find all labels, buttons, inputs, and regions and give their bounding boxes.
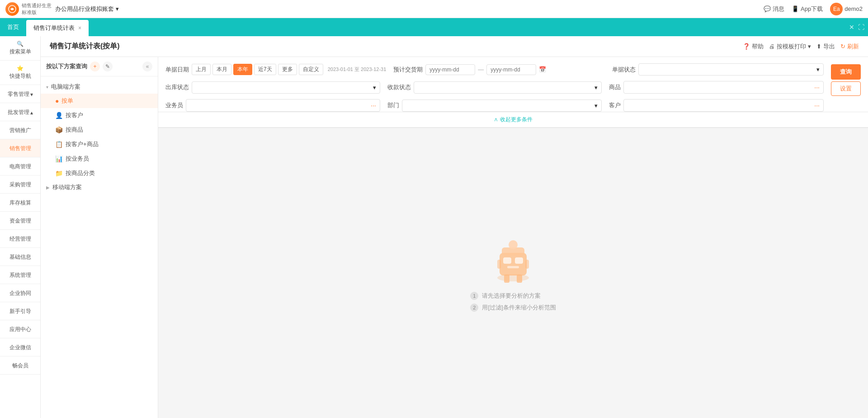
expected-date-start[interactable] (425, 64, 475, 75)
action-buttons: 查询 设置 (831, 63, 861, 96)
collapse-panel-btn[interactable]: « (142, 62, 152, 71)
circle-icon: ● (55, 97, 59, 104)
expected-date-end[interactable] (486, 64, 536, 75)
user-action[interactable]: Ea demo2 (830, 3, 863, 15)
svg-rect-7 (525, 260, 529, 269)
close-window-icon[interactable]: ✕ (849, 24, 854, 31)
avatar: Ea (830, 3, 843, 15)
edit-scheme-btn[interactable]: ✎ (103, 62, 113, 71)
sidebar-item-wholesale[interactable]: 批发管理 ▴ (0, 103, 40, 121)
sidebar-item-quick-nav[interactable]: ⭐ 快捷导航 (0, 61, 40, 85)
sidebar-item-inventory[interactable]: 库存核算 (0, 194, 40, 212)
print-icon: 🖨 (769, 43, 775, 50)
category-icon: 📁 (55, 170, 63, 177)
sidebar-item-finance[interactable]: 资金管理 (0, 212, 40, 230)
date-dash: — (478, 66, 484, 73)
message-action[interactable]: 💬 消息 (764, 5, 784, 13)
expected-date-label: 预计交货期 (393, 66, 423, 74)
left-panel: 按以下方案查询 + ✎ « ▾ 电脑端方案 ● 按单 👤 (41, 57, 158, 418)
sidebar-item-search-menu[interactable]: 🔍 搜索菜单 (0, 36, 40, 61)
chevron-down-icon: ▾ (116, 5, 119, 12)
customer-more-icon[interactable]: ··· (814, 102, 820, 109)
add-scheme-btn[interactable]: + (90, 62, 100, 71)
sidebar: 🔍 搜索菜单 ⭐ 快捷导航 零售管理 ▾ 批发管理 ▴ 营销推广 销售管理 电商… (0, 36, 41, 418)
ship-status-label: 出库状态 (165, 83, 189, 91)
sidebar-item-system[interactable]: 系统管理 (0, 266, 40, 284)
svg-rect-2 (500, 253, 527, 276)
help-action[interactable]: ❓ 帮助 (743, 43, 764, 51)
settings-button[interactable]: 设置 (831, 81, 861, 96)
logo-text: 销售通好生意 标准版 (22, 2, 52, 15)
goods-label: 商品 (609, 83, 621, 91)
sidebar-item-marketing[interactable]: 营销推广 (0, 121, 40, 139)
workspace-selector[interactable]: 办公用品行业模拟账套 ▾ (55, 5, 119, 13)
sidebar-item-newbie[interactable]: 新手引导 (0, 302, 40, 320)
user-icon: 👤 (55, 112, 63, 119)
sidebar-item-appstore[interactable]: 应用中心 (0, 320, 40, 338)
tab-active[interactable]: 销售订单统计表 × (26, 20, 89, 36)
export-action[interactable]: ⬆ 导出 (816, 43, 835, 51)
date-btn-custom[interactable]: 自定义 (299, 64, 323, 75)
sidebar-item-ecommerce[interactable]: 电商管理 (0, 157, 40, 176)
refresh-action[interactable]: ↻ 刷新 (840, 43, 859, 51)
tree-desktop-group[interactable]: ▾ 电脑端方案 (41, 80, 158, 94)
date-btn-more[interactable]: 更多 (278, 64, 297, 75)
salesperson-more-icon[interactable]: ··· (371, 102, 376, 109)
dept-dropdown-icon[interactable]: ▾ (594, 102, 598, 109)
ship-dropdown-icon[interactable]: ▾ (373, 84, 376, 91)
help-icon: ❓ (743, 43, 750, 50)
tree-item-按业务员[interactable]: 📊 按业务员 (41, 152, 158, 166)
tab-close-icon[interactable]: × (78, 25, 81, 31)
tree-mobile-group[interactable]: ▶ 移动端方案 (41, 180, 158, 194)
tree-item-按商品分类[interactable]: 📁 按商品分类 (41, 166, 158, 180)
tree-item-按客户[interactable]: 👤 按客户 (41, 108, 158, 123)
svg-rect-6 (497, 260, 501, 269)
content-area: 销售订单统计表(按单) ❓ 帮助 🖨 按模板打印 ▾ ⬆ 导出 ↻ 刷新 (41, 36, 868, 418)
collect-status-label: 收款状态 (387, 83, 411, 91)
goods-more-icon[interactable]: ··· (814, 84, 820, 91)
filter-row-1: 单据日期 上月 本月 本年 近7天 更多 自定义 (165, 63, 824, 76)
date-btn-7days[interactable]: 近7天 (254, 64, 276, 75)
sidebar-item-sales[interactable]: 销售管理 (0, 139, 40, 157)
empty-state: 1 请先选择要分析的方案 2 用[过滤]条件来缩小分析范围 (158, 128, 868, 418)
tree-item-按商品[interactable]: 📦 按商品 (41, 123, 158, 137)
phone-icon: 📱 (792, 5, 799, 12)
tree-item-按单[interactable]: ● 按单 (41, 94, 158, 108)
tree-item-按客户商品[interactable]: 📋 按客户+商品 (41, 137, 158, 152)
app-download-action[interactable]: 📱 App下载 (792, 5, 823, 13)
date-label: 单据日期 (165, 66, 189, 74)
hint-1: 1 请先选择要分析的方案 (470, 292, 556, 300)
date-btn-last-month[interactable]: 上月 (192, 64, 211, 75)
date-range-text: 2023-01-01 至 2023-12-31 (328, 66, 387, 73)
sidebar-item-corp[interactable]: 企业协同 (0, 284, 40, 302)
maximize-icon[interactable]: ⛶ (858, 24, 864, 31)
collect-dropdown-icon[interactable]: ▾ (594, 84, 598, 91)
page-actions: ❓ 帮助 🖨 按模板打印 ▾ ⬆ 导出 ↻ 刷新 (743, 43, 859, 56)
status-dropdown-icon[interactable]: ▾ (816, 66, 820, 73)
svg-rect-9 (517, 275, 522, 283)
sidebar-item-wechat[interactable]: 企业微信 (0, 338, 40, 356)
page-header: 销售订单统计表(按单) ❓ 帮助 🖨 按模板打印 ▾ ⬆ 导出 ↻ 刷新 (41, 36, 868, 57)
filter-row-2: 出库状态 ▾ 收款状态 (165, 81, 824, 94)
date-btn-this-year[interactable]: 本年 (233, 64, 252, 75)
tree-arrow-right-icon: ▶ (46, 185, 50, 190)
sidebar-item-basic[interactable]: 基础信息 (0, 248, 40, 266)
date-btn-this-month[interactable]: 本月 (212, 64, 231, 75)
collapse-bar[interactable]: ∧ 收起更多条件 (158, 112, 868, 128)
sidebar-item-membership[interactable]: 畅会员 (0, 356, 40, 375)
tab-bar: 首页 销售订单统计表 × ✕ ⛶ (0, 18, 868, 36)
search-icon: 🔍 (2, 41, 38, 47)
filter-row-3: 业务员 ··· 部门 (165, 99, 824, 112)
message-icon: 💬 (764, 5, 771, 12)
sidebar-item-retail[interactable]: 零售管理 ▾ (0, 85, 40, 103)
chevron-up-icon: ▴ (30, 109, 33, 116)
query-button[interactable]: 查询 (831, 64, 861, 80)
calendar-icon[interactable]: 📅 (539, 66, 546, 73)
template-print-action[interactable]: 🖨 按模板打印 ▾ (769, 43, 811, 51)
customer-label: 客户 (609, 101, 621, 109)
tab-home[interactable]: 首页 (0, 18, 26, 36)
sidebar-item-purchase[interactable]: 采购管理 (0, 176, 40, 194)
hint-2: 2 用[过滤]条件来缩小分析范围 (470, 304, 556, 312)
left-panel-header: 按以下方案查询 + ✎ « (41, 57, 158, 76)
sidebar-item-operation[interactable]: 经营管理 (0, 230, 40, 248)
